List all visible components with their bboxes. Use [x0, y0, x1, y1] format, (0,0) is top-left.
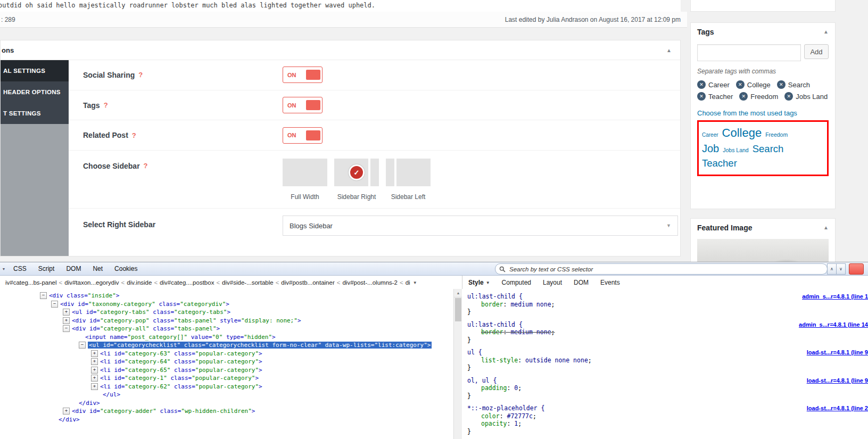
sidebar-option-right[interactable]: ✓ Sidebar Right: [334, 159, 379, 201]
tree-node[interactable]: </div>: [0, 399, 453, 408]
remove-tag-icon[interactable]: ✕: [697, 80, 706, 89]
devtools-tab-cookies[interactable]: Cookies: [109, 262, 143, 275]
devtools-tab-script[interactable]: Script: [32, 262, 61, 275]
tree-node[interactable]: +<li id="category-65" class="popular-cat…: [0, 366, 453, 375]
featured-image-thumbnail[interactable]: [697, 239, 829, 263]
help-icon[interactable]: ?: [132, 131, 136, 139]
tag-label: Search: [788, 81, 810, 89]
related-post-toggle[interactable]: ON: [283, 127, 323, 144]
tree-node[interactable]: −<div id="taxonomy-category" class="cate…: [0, 300, 453, 309]
stylesheet-link[interactable]: load-st...r=4.8.1 (line 2: [807, 404, 868, 412]
selected-check-icon: ✓: [349, 164, 365, 180]
sidebar-left-thumbnail: [386, 159, 431, 186]
tree-node[interactable]: +<li id="category-64" class="popular-cat…: [0, 358, 453, 366]
add-tag-button[interactable]: Add: [804, 44, 829, 59]
tree-node[interactable]: </div>: [0, 416, 453, 424]
stylesheet-link[interactable]: admin_s...r=4.8.1 (line 1: [802, 293, 868, 301]
devtools-tab-net[interactable]: Net: [87, 262, 109, 275]
scrollbar-thumb[interactable]: [455, 298, 461, 321]
breadcrumb-node[interactable]: div#post-...olumns-2: [342, 279, 398, 286]
tree-node[interactable]: +<ul id="category-tabs" class="category-…: [0, 308, 453, 317]
remove-tag-icon[interactable]: ✕: [784, 92, 793, 101]
next-match-button[interactable]: ∨: [837, 263, 846, 275]
css-property-name: border: [481, 301, 503, 308]
help-icon[interactable]: ?: [144, 162, 148, 170]
remove-tag-icon[interactable]: ✕: [777, 80, 786, 89]
sidebar-option-full-width[interactable]: Full Width: [283, 159, 327, 201]
style-panel-tab-layout[interactable]: Layout: [537, 276, 568, 289]
tree-node[interactable]: <input name="post_category[]" value="0" …: [0, 333, 453, 342]
expand-node-icon[interactable]: +: [63, 309, 70, 316]
devtools-search[interactable]: [495, 263, 828, 275]
remove-tag-icon[interactable]: ✕: [697, 92, 706, 101]
style-panel-tab-computed[interactable]: Computed: [496, 276, 537, 289]
collapse-node-icon[interactable]: −: [79, 342, 86, 349]
tree-node[interactable]: +<li id="category-63" class="popular-cat…: [0, 350, 453, 358]
breadcrumb-node[interactable]: div#categ....postbox: [160, 279, 214, 286]
style-panel-tab-events[interactable]: Events: [594, 276, 626, 289]
breadcrumb-node[interactable]: div#side-...sortable: [222, 279, 274, 286]
collapse-panel-icon[interactable]: ▲: [666, 47, 672, 53]
expand-node-icon[interactable]: +: [91, 358, 98, 365]
most-used-tags-link[interactable]: Choose from the most used tags: [697, 109, 797, 117]
tree-node[interactable]: +<li id="category-62" class="popular-cat…: [0, 383, 453, 391]
tree-node[interactable]: +<li id="category-1" class="popular-cate…: [0, 374, 453, 383]
remove-tag-icon[interactable]: ✕: [736, 80, 745, 89]
tags-toggle[interactable]: ON: [283, 97, 323, 113]
stylesheet-link[interactable]: load-st...r=4.8.1 (line 9: [807, 377, 868, 385]
style-panel-tab-style[interactable]: Style▼: [462, 276, 496, 289]
expand-node-icon[interactable]: +: [91, 350, 98, 357]
previous-match-button[interactable]: ∧: [827, 263, 837, 275]
cloud-tag[interactable]: Career: [702, 132, 718, 138]
stylesheet-link[interactable]: load-st...r=4.8.1 (line 9: [807, 349, 868, 357]
toggle-knob: [306, 70, 320, 80]
settings-menu-item[interactable]: AL SETTINGS: [1, 60, 69, 81]
breadcrumb-node[interactable]: div.inside: [127, 279, 152, 286]
breadcrumb-node[interactable]: div#postb...ontainer: [281, 279, 334, 286]
help-icon[interactable]: ?: [138, 71, 143, 79]
scroll-up-icon[interactable]: ▲: [454, 289, 462, 297]
cloud-tag[interactable]: Teacher: [702, 158, 737, 169]
social-sharing-toggle[interactable]: ON: [283, 67, 323, 83]
devtools-tab-dom[interactable]: DOM: [60, 262, 87, 275]
expand-node-icon[interactable]: +: [91, 383, 98, 390]
right-sidebar-select[interactable]: Blogs Sidebar ▼: [283, 216, 678, 236]
help-icon[interactable]: ?: [104, 101, 108, 109]
breadcrumb-node[interactable]: di: [406, 279, 410, 286]
tree-node[interactable]: +<div id="category-adder" class="wp-hidd…: [0, 407, 453, 416]
tree-node[interactable]: </ul>: [0, 391, 453, 399]
breadcrumb-node[interactable]: iv#categ...bs-panel: [5, 279, 57, 286]
collapse-node-icon[interactable]: −: [40, 292, 47, 299]
collapse-node-icon[interactable]: −: [63, 325, 70, 332]
collapse-node-icon[interactable]: −: [51, 301, 58, 308]
cloud-tag[interactable]: Search: [753, 143, 784, 154]
settings-rows: Social Sharing ? ON Tags ? ON: [69, 60, 680, 256]
cloud-tag[interactable]: Freedom: [765, 131, 788, 138]
close-devtools-button[interactable]: [849, 263, 864, 275]
expand-node-icon[interactable]: +: [91, 367, 98, 374]
settings-menu-item[interactable]: T SETTINGS: [1, 103, 69, 124]
tree-node[interactable]: −<div class="inside">: [0, 292, 453, 300]
breadcrumb-node[interactable]: div#taxon...egorydiv: [64, 279, 119, 286]
collapse-metabox-icon[interactable]: ▲: [823, 225, 829, 230]
cloud-tag[interactable]: College: [722, 126, 762, 139]
tree-node[interactable]: +<div id="category-pop" class="tabs-pane…: [0, 317, 453, 325]
expand-node-icon[interactable]: +: [63, 408, 70, 415]
firebug-menu-icon[interactable]: ▼: [0, 267, 7, 271]
tree-node[interactable]: −<div id="category-all" class="tabs-pane…: [0, 325, 453, 333]
devtools-tab-css[interactable]: CSS: [7, 262, 32, 275]
new-tag-input[interactable]: [697, 44, 801, 61]
breadcrumb-overflow-icon[interactable]: ▼: [413, 280, 417, 285]
expand-node-icon[interactable]: +: [63, 317, 70, 324]
style-panel-tab-dom[interactable]: DOM: [568, 276, 594, 289]
cloud-tag[interactable]: Jobs Land: [723, 147, 748, 153]
tree-node[interactable]: −<ul id="categorychecklist" class="categ…: [0, 341, 453, 350]
devtools-search-input[interactable]: [508, 266, 825, 273]
remove-tag-icon[interactable]: ✕: [739, 92, 748, 101]
cloud-tag[interactable]: Job: [702, 143, 719, 154]
stylesheet-link[interactable]: admin_s...r=4.8.1 (line 14: [799, 321, 868, 329]
expand-node-icon[interactable]: +: [91, 375, 98, 382]
settings-menu-item[interactable]: HEADER OPTIONS: [1, 81, 69, 103]
sidebar-option-left[interactable]: Sidebar Left: [386, 159, 431, 201]
collapse-metabox-icon[interactable]: ▲: [823, 29, 829, 35]
